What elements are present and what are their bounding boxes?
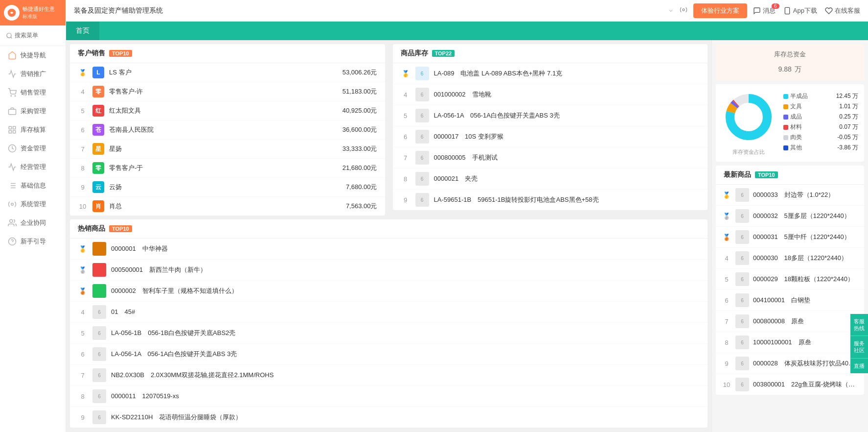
hot-products-card: 热销商品 TOP10 🥇 0000001 中华神器 🥈 000500001 新西… <box>70 219 708 428</box>
sidebar: 畅捷通好生意 标准版 搜索菜单 快捷导航 营销推广 销售管理 采购管理 库 <box>0 0 66 432</box>
newest-header: 最新商品 TOP10 <box>716 166 864 185</box>
inv-rank-3: 5 <box>401 112 411 120</box>
nav-sysmanage-label: 系统管理 <box>21 200 46 209</box>
sidebar-nav: 快捷导航 营销推广 销售管理 采购管理 库存核算 资金管理 经营管理 基础信息 <box>0 46 66 432</box>
cs-community-btn[interactable]: 服务社区 <box>850 336 868 359</box>
inv-rank-4: 6 <box>401 133 411 141</box>
customer-value-6: 21,680.00元 <box>343 164 377 172</box>
app-download-btn[interactable]: App下载 <box>783 6 817 15</box>
legend-dot-0 <box>783 94 788 99</box>
inv-thumb-2: 6 <box>415 88 429 101</box>
new-thumb-9: 6 <box>735 357 749 370</box>
sidebar-item-baseinfo[interactable]: 基础信息 <box>0 176 66 195</box>
hot-row-4: 4 6 01 45# <box>70 302 708 323</box>
page-tabs: 首页 <box>66 22 868 40</box>
sidebar-logo: 畅捷通好生意 标准版 <box>0 0 66 25</box>
nav-marketing-label: 营销推广 <box>21 70 46 78</box>
trial-btn[interactable]: 体验行业方案 <box>693 3 747 18</box>
hot-row-1: 🥇 0000001 中华神器 <box>70 239 708 260</box>
system-dropdown[interactable] <box>668 8 674 14</box>
top-lists-row: 客户销售 TOP10 🥇 L LS 客户 53,006.26元 4 零 <box>66 40 711 219</box>
new-row-1: 🥇 6 0000033 封边带（1.0*22） <box>716 185 864 206</box>
new-name-2: 0000032 5厘多层（1220*2440） <box>753 212 858 220</box>
hot-name-2: 000500001 新西兰牛肉（新牛） <box>111 265 700 274</box>
rank-num-2: 4 <box>78 88 88 96</box>
donut-chart-wrap: 库存资金占比 半成品 12.45 万 <box>722 90 858 156</box>
brand-name: 畅捷通好生意 <box>23 5 55 13</box>
new-thumb-10: 6 <box>735 378 749 391</box>
new-thumb-7: 6 <box>735 314 749 328</box>
new-thumb-1: 6 <box>735 188 749 202</box>
main-content: 装备及固定资产辅助管理系统 体验行业方案 消息 6 App下载 在线客服 <box>66 0 868 432</box>
sidebar-item-quicknav[interactable]: 快捷导航 <box>0 46 66 65</box>
sidebar-item-sales[interactable]: 销售管理 <box>0 83 66 102</box>
new-row-8: 8 6 10000100001 原叁 <box>716 332 864 353</box>
chart-legend: 半成品 12.45 万 文具 1.01 万 <box>783 92 858 154</box>
new-name-9: 0000028 体炭荔枝味苏打饮品400毫升（1*15） <box>753 359 858 368</box>
customer-top10-title: 客户销售 <box>78 49 105 58</box>
svg-line-2 <box>11 37 12 38</box>
nav-sales-label: 销售管理 <box>21 88 46 97</box>
hot-products-header: 热销商品 TOP10 <box>70 219 708 239</box>
sidebar-item-finance[interactable]: 资金管理 <box>0 139 66 158</box>
svg-point-21 <box>683 9 685 11</box>
sidebar-item-enterprise[interactable]: 企业协同 <box>0 214 66 232</box>
customer-name-6: 零售客户-于 <box>109 164 338 172</box>
hot-thumb-1 <box>92 242 106 256</box>
hot-row-7: 7 6 NB2.0X30B 2.0X30MM双搓花轴,搓花直径2.1MM/ROH… <box>70 365 708 386</box>
hot-thumb-9: 6 <box>92 410 106 424</box>
inv-name-6: 0000021 夹壳 <box>434 174 700 183</box>
sidebar-item-inventory[interactable]: 库存核算 <box>0 120 66 139</box>
hot-thumb-2 <box>92 263 106 277</box>
sidebar-item-sysmanage[interactable]: 系统管理 <box>0 195 66 214</box>
product-inventory-section: 商品库存 TOP22 🥇 6 LA-089 电池盖 LA-089 ABS本色+黑… <box>389 40 712 219</box>
nav-baseinfo-label: 基础信息 <box>21 181 46 190</box>
customer-avatar-5: 星 <box>92 143 104 155</box>
customer-name-4: 苍南县人民医院 <box>109 125 338 134</box>
inventory-value-unit: 万 <box>795 65 801 73</box>
inventory-total-label: 库存总资金 <box>724 50 856 59</box>
online-service-label: 在线客服 <box>835 6 860 15</box>
new-name-1: 0000033 封边带（1.0*22） <box>753 191 858 199</box>
rank-num-8: 10 <box>78 203 88 210</box>
tab-home[interactable]: 首页 <box>66 22 99 40</box>
svg-point-18 <box>10 219 13 222</box>
sidebar-item-purchase[interactable]: 采购管理 <box>0 102 66 120</box>
logo-icon <box>4 5 20 21</box>
settings-icon[interactable] <box>680 6 687 15</box>
new-name-7: 000800008 原叁 <box>753 317 858 326</box>
new-thumb-5: 6 <box>735 272 749 286</box>
nav-purchase-label: 采购管理 <box>21 107 46 116</box>
nav-guide-label: 新手引导 <box>21 237 46 246</box>
hot-name-6: LA-056-1A 056-1A白色按键开关盖ABS 3壳 <box>111 350 700 359</box>
sidebar-item-marketing[interactable]: 营销推广 <box>0 65 66 83</box>
new-row-6: 6 6 004100001 白钢垫 <box>716 290 864 311</box>
new-rank-8: 8 <box>722 339 731 346</box>
inv-thumb-6: 6 <box>415 172 429 186</box>
new-thumb-2: 6 <box>735 209 749 223</box>
cs-live-btn[interactable]: 直播 <box>850 359 868 373</box>
nav-enterprise-label: 企业协同 <box>21 218 46 227</box>
new-row-10: 10 6 003800001 22g鱼豆腐-烧烤味（1*12*20） <box>716 374 864 395</box>
customer-row-1: 🥇 L LS 客户 53,006.26元 <box>70 63 385 82</box>
cs-float-panel: 客服热线 服务社区 直播 <box>850 314 868 373</box>
search-menu-btn[interactable]: 搜索菜单 <box>4 29 62 42</box>
cs-hotline-btn[interactable]: 客服热线 <box>850 314 868 336</box>
hot-thumb-5: 6 <box>92 326 106 340</box>
sidebar-item-operations[interactable]: 经营管理 <box>0 158 66 176</box>
online-service-btn[interactable]: 在线客服 <box>825 6 860 15</box>
customer-row-5: 7 星 星扬 33,333.00元 <box>70 140 385 159</box>
hot-products-label: TOP10 <box>109 225 132 232</box>
messages-btn[interactable]: 消息 6 <box>753 6 776 15</box>
inv-name-7: LA-59651-1B 59651-1B旋转投影灯电池盒ABS黑色+58壳 <box>434 195 700 204</box>
hot-row-9: 9 6 KK-SD22110H 花语萌恒温分腿睡袋（厚款） <box>70 407 708 428</box>
search-menu-section[interactable]: 搜索菜单 <box>0 25 66 46</box>
legend-val-0: 12.45 万 <box>836 92 858 100</box>
sidebar-item-guide[interactable]: 新手引导 <box>0 232 66 251</box>
customer-name-3: 红太阳文具 <box>109 106 338 115</box>
hot-name-8: 0000011 12070519-xs <box>111 392 700 401</box>
hot-rank-8: 8 <box>78 393 88 400</box>
inv-row-3: 5 6 LA-056-1A 056-1A白色按键开关盖ABS 3壳 <box>393 105 708 126</box>
hot-rank-9: 9 <box>78 414 88 421</box>
new-thumb-4: 6 <box>735 251 749 265</box>
